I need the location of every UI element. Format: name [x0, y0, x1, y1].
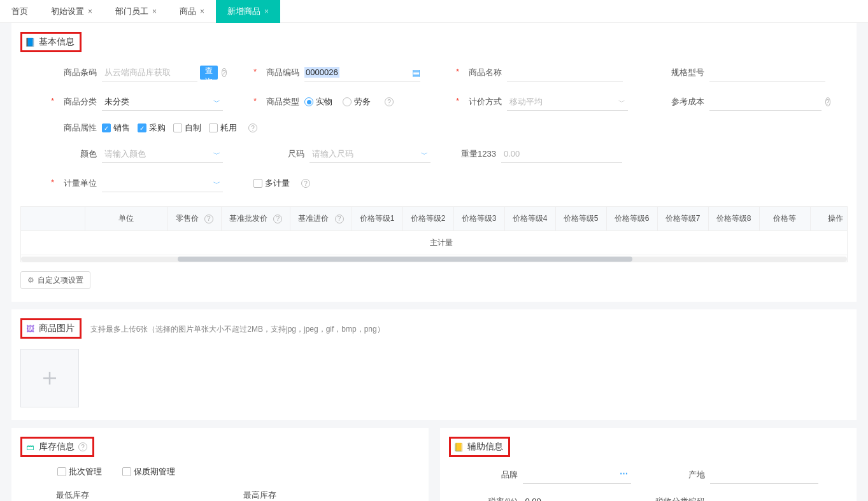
unit-select[interactable]	[102, 174, 223, 192]
table-header: 单位	[85, 207, 167, 231]
attr-checkbox-purchase[interactable]: ✓ 采购	[138, 122, 166, 134]
close-icon[interactable]: ×	[88, 7, 92, 16]
tax-code-label: 税收分类编码	[654, 496, 710, 501]
attr-checkbox-self[interactable]: 自制	[173, 122, 201, 134]
checkbox-icon	[253, 179, 262, 188]
close-icon[interactable]: ×	[200, 7, 204, 16]
weight-input[interactable]	[501, 145, 622, 163]
multi-unit-checkbox[interactable]: 多计量	[253, 178, 290, 189]
checkbox-icon: ✓	[102, 123, 111, 132]
origin-label: 产地	[654, 469, 710, 481]
type-radio-goods[interactable]: 实物	[304, 96, 332, 108]
plus-icon	[40, 369, 59, 388]
image-upload-button[interactable]	[20, 349, 79, 407]
help-icon[interactable]: ?	[222, 68, 227, 77]
radio-label: 劳务	[354, 96, 371, 108]
code-input-wrap[interactable]: 0000026 ▤	[304, 64, 420, 81]
batch-checkbox[interactable]: 批次管理	[57, 466, 102, 477]
basic-info-card: 📘 基本信息 商品条码 查询 ? 商品编码 0000026 ▤ 商品名称 规格型…	[11, 23, 857, 302]
radio-icon	[343, 97, 352, 106]
help-icon[interactable]: ?	[248, 123, 257, 132]
ref-cost-label: 参考成本	[653, 96, 709, 108]
checkbox-label: 多计量	[265, 178, 290, 189]
help-icon[interactable]: ?	[301, 179, 310, 188]
checkbox-icon	[57, 467, 66, 476]
name-input[interactable]	[507, 64, 623, 81]
tab-label: 商品	[180, 6, 196, 17]
checkbox-label: 批次管理	[69, 466, 102, 477]
checkbox-label: 保质期管理	[134, 466, 175, 477]
size-select[interactable]	[309, 145, 430, 163]
inventory-card: 🗃 库存信息 ? 批次管理 保质期管理 最低库存	[11, 428, 429, 501]
color-select[interactable]	[102, 145, 223, 163]
more-icon[interactable]: ⋯	[620, 469, 629, 478]
max-stock-input[interactable]	[281, 486, 390, 501]
images-hint: 支持最多上传6张（选择的图片单张大小不超过2MB，支持jpg，jpeg，gif，…	[90, 325, 385, 334]
document-icon[interactable]: ▤	[412, 67, 420, 78]
inventory-icon: 🗃	[25, 442, 35, 452]
spec-input[interactable]	[709, 64, 825, 81]
custom-fields-button[interactable]: ⚙ 自定义项设置	[20, 271, 90, 289]
price-method-select[interactable]	[507, 93, 628, 111]
images-card: 🖼 商品图片 支持最多上传6张（选择的图片单张大小不超过2MB，支持jpg，jp…	[11, 309, 857, 420]
table-header: 基准进价 ?	[290, 207, 352, 231]
code-input[interactable]: 0000026	[304, 67, 339, 78]
unit-label: 计量单位	[46, 178, 102, 189]
aux-icon: 📒	[453, 442, 464, 452]
table-header: 价格等级6	[606, 207, 657, 231]
tab-label: 初始设置	[51, 6, 84, 17]
horizontal-scrollbar[interactable]	[21, 257, 847, 262]
tab-home[interactable]: 首页	[0, 0, 39, 23]
help-icon[interactable]: ?	[78, 442, 87, 451]
spec-label: 规格型号	[653, 67, 709, 78]
tab-initial-settings[interactable]: 初始设置 ×	[39, 0, 104, 23]
min-stock-input[interactable]	[94, 486, 203, 501]
tab-label: 部门员工	[115, 6, 148, 17]
section-title: 商品图片	[39, 323, 75, 334]
price-table: 单位 零售价 ? 基准批发价 ? 基准进价 ? 价格等级1 价格等级2 价格等级…	[20, 206, 848, 262]
tax-code-input[interactable]	[710, 493, 818, 501]
close-icon[interactable]: ×	[152, 7, 157, 16]
tax-rate-input[interactable]	[523, 493, 631, 501]
table-header: 价格等级7	[657, 207, 708, 231]
image-icon: 🖼	[25, 323, 35, 334]
radio-icon	[304, 97, 313, 106]
table-row: 主计量	[21, 231, 848, 255]
highlight-box: 🖼 商品图片	[20, 318, 82, 339]
help-icon[interactable]: ?	[825, 97, 830, 106]
highlight-box: 📘 基本信息	[20, 32, 82, 52]
help-icon[interactable]: ?	[273, 215, 282, 223]
checkbox-icon: ✓	[138, 123, 146, 132]
checkbox-label: 销售	[113, 122, 130, 134]
table-header: 价格等级4	[504, 207, 555, 231]
code-label: 商品编码	[248, 67, 304, 78]
type-radio-service[interactable]: 劳务	[343, 96, 371, 108]
help-icon[interactable]: ?	[385, 97, 394, 106]
checkbox-icon	[122, 467, 131, 476]
table-header: 价格等	[759, 207, 810, 231]
barcode-label: 商品条码	[46, 67, 102, 78]
highlight-box: 🗃 库存信息 ?	[20, 437, 94, 457]
section-title: 基本信息	[39, 36, 75, 48]
tab-products[interactable]: 商品 ×	[168, 0, 216, 23]
table-header: 价格等级8	[708, 207, 759, 231]
barcode-query-button[interactable]: 查询	[200, 66, 218, 80]
close-icon[interactable]: ×	[264, 7, 269, 16]
brand-input[interactable]	[523, 466, 631, 484]
checkbox-label: 采购	[149, 122, 166, 134]
tab-new-product[interactable]: 新增商品 ×	[216, 0, 280, 23]
tabs-bar: 首页 初始设置 × 部门员工 × 商品 × 新增商品 ×	[0, 0, 868, 23]
attr-checkbox-consume[interactable]: 耗用	[209, 122, 237, 134]
help-icon[interactable]: ?	[204, 215, 213, 223]
attr-checkbox-sale[interactable]: ✓ 销售	[102, 122, 130, 134]
tab-label: 首页	[11, 6, 28, 17]
ref-cost-input[interactable]	[709, 93, 822, 111]
origin-input[interactable]	[710, 466, 818, 484]
help-icon[interactable]: ?	[335, 215, 344, 223]
tab-dept-staff[interactable]: 部门员工 ×	[104, 0, 168, 23]
barcode-input[interactable]	[102, 64, 197, 81]
category-select[interactable]	[102, 93, 223, 111]
table-cell: 主计量	[21, 231, 848, 255]
table-header: 价格等级5	[555, 207, 606, 231]
shelflife-checkbox[interactable]: 保质期管理	[122, 466, 175, 477]
